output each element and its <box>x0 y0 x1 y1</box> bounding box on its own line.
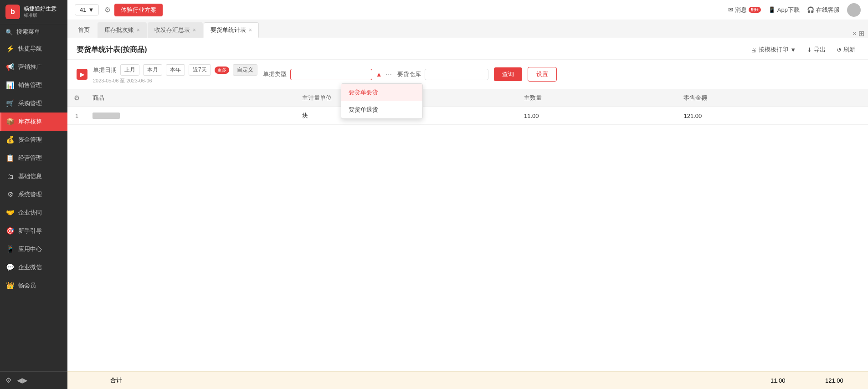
sidebar-item-label: 经营管理 <box>18 154 42 162</box>
sidebar-item-basic[interactable]: 🗂 基础信息 <box>0 167 67 185</box>
tab-recv-summary[interactable]: 收发存汇总表 × <box>148 22 203 38</box>
message-icon: ✉ <box>728 6 733 13</box>
tab-batch-stock[interactable]: 库存批次账 × <box>98 22 147 38</box>
data-table: ⚙ 商品 主计量单位 主数量 零售金额 1 块 <box>67 89 868 125</box>
basic-icon: 🗂 <box>5 172 15 181</box>
date-filter-group: 单据日期 上月 本月 本年 近7天 更多 自定义 <box>93 64 257 76</box>
export-icon: ⬇ <box>807 46 812 53</box>
footer-amount: 121.00 <box>825 377 862 384</box>
apps-icon: 📱 <box>5 245 15 254</box>
finance-icon: 💰 <box>5 135 15 144</box>
app-download-button[interactable]: 📱 App下载 <box>768 6 800 14</box>
tab-close-icon[interactable]: × <box>193 27 196 33</box>
tab-home-label: 首页 <box>78 26 90 34</box>
quick-nav-icon: ⚡ <box>5 44 15 53</box>
refresh-button[interactable]: ↺ 刷新 <box>833 44 859 56</box>
table-footer: 合计 11.00 121.00 <box>67 371 868 389</box>
page-title: 要货单统计表(按商品) <box>77 45 147 55</box>
app-icon: 📱 <box>768 6 776 13</box>
expand-tab-button[interactable]: ⊞ <box>858 29 864 38</box>
sidebar-item-label: 系统管理 <box>18 190 42 199</box>
dropdown-item-return[interactable]: 要货单退货 <box>341 101 422 118</box>
sidebar-item-apps[interactable]: 📱 应用中心 <box>0 240 67 258</box>
last-7-days-button[interactable]: 近7天 <box>189 64 211 76</box>
date-range-text: 2023-05-06 至 2023-06-06 <box>93 77 152 84</box>
product-blurred <box>92 113 120 119</box>
sidebar-item-label: 采购管理 <box>18 99 42 107</box>
trial-button[interactable]: 体验行业方案 <box>114 4 163 16</box>
type-filter-more[interactable]: ··· <box>386 70 392 78</box>
inventory-icon: 📦 <box>5 117 15 126</box>
this-month-button[interactable]: 本月 <box>143 64 162 76</box>
sidebar-item-label: 资金管理 <box>18 136 42 144</box>
sidebar-item-sales[interactable]: 📊 销售管理 <box>0 76 67 94</box>
table-settings-icon[interactable]: ⚙ <box>74 94 80 102</box>
sidebar-footer: ⚙ ◀▶ <box>0 371 67 389</box>
type-filter-input[interactable] <box>290 69 372 80</box>
sidebar-item-operations[interactable]: 📋 经营管理 <box>0 149 67 167</box>
tab-close-icon[interactable]: × <box>249 27 252 33</box>
message-button[interactable]: ✉ 消息 99+ <box>728 6 761 14</box>
app-name: 畅捷通好生意 标准版 <box>24 5 56 19</box>
tab-order-stats[interactable]: 要货单统计表 × <box>204 22 259 38</box>
sidebar-item-guide[interactable]: 🎯 新手引导 <box>0 222 67 240</box>
tab-order-stats-label: 要货单统计表 <box>211 26 246 34</box>
sidebar-item-system[interactable]: ⚙ 系统管理 <box>0 185 67 204</box>
sidebar-item-quick-nav[interactable]: ⚡ 快捷导航 <box>0 40 67 58</box>
cell-index: 1 <box>67 107 86 125</box>
sidebar-item-collab[interactable]: 🤝 企业协同 <box>0 204 67 222</box>
type-dropdown: 要货单要货 要货单退货 <box>341 83 423 119</box>
close-tab-button[interactable]: × <box>853 30 857 38</box>
sidebar-item-finance[interactable]: 💰 资金管理 <box>0 131 67 149</box>
col-amount: 零售金额 <box>677 89 868 107</box>
filter-setting-button[interactable]: 设置 <box>528 67 557 82</box>
sidebar-item-purchase[interactable]: 🛒 采购管理 <box>0 94 67 113</box>
store-selector[interactable]: 41 ▼ <box>75 4 99 15</box>
chevron-down-icon: ▼ <box>790 46 796 53</box>
topbar-right: ✉ 消息 99+ 📱 App下载 🎧 在线客服 <box>728 3 861 17</box>
date-filter-section: 单据日期 上月 本月 本年 近7天 更多 自定义 2023-05-06 至 20… <box>93 64 257 84</box>
purchase-icon: 🛒 <box>5 99 15 108</box>
chevron-down-icon: ▼ <box>88 6 94 13</box>
print-button[interactable]: 🖨 按模板打印 ▼ <box>747 44 800 56</box>
search-icon: 🔍 <box>5 29 13 36</box>
type-filter-arrow[interactable]: ▲ <box>376 71 382 78</box>
filter-expand-button[interactable]: ▶ <box>77 69 87 80</box>
user-avatar[interactable] <box>847 3 861 17</box>
search-menu-label: 搜索菜单 <box>16 28 40 36</box>
settings-icon[interactable]: ⚙ <box>5 376 11 384</box>
tab-bar: 首页 库存批次账 × 收发存汇总表 × 要货单统计表 × × ⊞ <box>67 20 868 38</box>
search-menu-item[interactable]: 🔍 搜索菜单 <box>0 24 67 40</box>
refresh-icon: ↺ <box>837 46 842 53</box>
collapse-icon[interactable]: ◀▶ <box>17 376 28 384</box>
service-icon: 🎧 <box>807 6 814 13</box>
export-button[interactable]: ⬇ 导出 <box>803 44 829 56</box>
service-button[interactable]: 🎧 在线客服 <box>807 6 840 14</box>
col-settings[interactable]: ⚙ <box>67 89 86 107</box>
sidebar-item-members[interactable]: 👑 畅会员 <box>0 276 67 295</box>
sidebar-item-marketing[interactable]: 📢 营销推广 <box>0 58 67 76</box>
filter-bar: ▶ 单据日期 上月 本月 本年 近7天 更多 自定义 2023-05-06 至 … <box>67 60 868 89</box>
sidebar-item-inventory[interactable]: 📦 库存核算 <box>0 113 67 131</box>
topbar: 41 ▼ ⚙ 体验行业方案 ✉ 消息 99+ 📱 App下载 🎧 在线客服 <box>67 0 868 20</box>
cell-quantity: 11.00 <box>518 107 678 125</box>
warehouse-filter-group: 要货仓库 <box>397 69 488 80</box>
more-date-badge[interactable]: 更多 <box>215 67 229 74</box>
dropdown-item-order[interactable]: 要货单要货 <box>341 84 422 101</box>
cell-product <box>86 107 296 125</box>
this-year-button[interactable]: 本年 <box>166 64 185 76</box>
tab-end-buttons: × ⊞ <box>853 29 868 38</box>
guide-icon: 🎯 <box>5 226 15 235</box>
tab-close-icon[interactable]: × <box>137 27 140 33</box>
page-actions: 🖨 按模板打印 ▼ ⬇ 导出 ↺ 刷新 <box>747 44 859 56</box>
custom-date-button[interactable]: 自定义 <box>233 64 257 76</box>
operations-icon: 📋 <box>5 154 15 163</box>
sidebar-item-label: 畅会员 <box>18 282 36 290</box>
settings-gear-icon[interactable]: ⚙ <box>104 5 111 14</box>
sidebar-item-wechat[interactable]: 💬 企业微信 <box>0 258 67 276</box>
query-button[interactable]: 查询 <box>494 67 522 81</box>
last-month-button[interactable]: 上月 <box>120 64 139 76</box>
warehouse-filter-input[interactable] <box>425 69 488 80</box>
sidebar-item-label: 新手引导 <box>18 227 42 235</box>
tab-home[interactable]: 首页 <box>71 22 97 38</box>
